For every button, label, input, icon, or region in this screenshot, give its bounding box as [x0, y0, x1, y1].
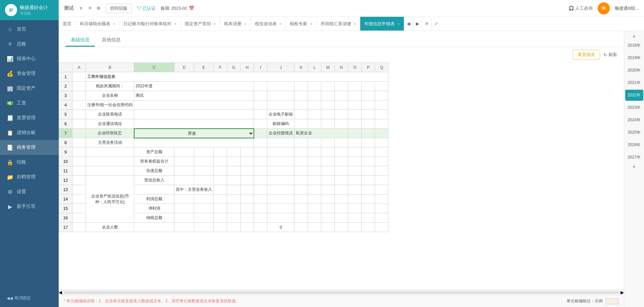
year-item-2018[interactable]: 2018年 [625, 40, 643, 51]
tab-taxlist[interactable]: 税表清册 × [220, 17, 251, 31]
sidebar-item-reports[interactable]: 📊报表中心 [0, 51, 59, 66]
year-item-2020[interactable]: 2020年 [625, 65, 643, 76]
switch-version-button[interactable]: 切到旧版 [106, 4, 132, 13]
tab-incometax-close[interactable]: × [354, 22, 356, 26]
col-header-j[interactable]: J [267, 63, 294, 72]
col-header-q[interactable]: Q [375, 63, 388, 72]
col-header-o[interactable]: O [348, 63, 362, 72]
sidebar-item-settings[interactable]: ⚙设置 [0, 184, 59, 199]
tab-prev-button[interactable]: ◀ [404, 17, 413, 31]
year-item-2023[interactable]: 2023年 [625, 102, 643, 113]
horizontal-scrollbar[interactable]: ◀ ▶ [59, 290, 624, 295]
col-header-b[interactable]: B [86, 63, 134, 72]
reset-report-button[interactable]: 重置报表 [573, 50, 600, 60]
calendar-icon[interactable]: 📅 [189, 6, 194, 11]
col-header-c[interactable]: C [134, 63, 174, 72]
tab-taxlist-close[interactable]: × [244, 22, 246, 26]
cell-11-d[interactable] [174, 166, 194, 176]
sidebar-item-home[interactable]: ⌂首页 [0, 22, 59, 37]
year-item-2022[interactable]: 2022年 [625, 90, 643, 101]
tab-next-button[interactable]: ▶ [413, 17, 422, 31]
cell-3-c[interactable]: 测试 [134, 91, 254, 100]
scroll-track[interactable] [64, 291, 619, 294]
cell-17-j[interactable]: 0 [267, 223, 294, 232]
tab-yearreport-close[interactable]: × [397, 22, 399, 26]
col-header-n[interactable]: N [335, 63, 348, 72]
collapse-button[interactable]: ◀◀ 取消固定 [3, 293, 55, 304]
tab-aux[interactable]: 科目辅助余额表 × [76, 17, 119, 31]
col-header-h[interactable]: H [240, 63, 254, 72]
cell-15-d[interactable] [174, 204, 194, 213]
sub-tab-basic[interactable]: 基础信息 [65, 34, 95, 47]
cell-10-d[interactable] [174, 157, 194, 166]
sidebar-item-tax[interactable]: 📑税务管理 [0, 140, 59, 155]
cell-5-k[interactable] [294, 110, 308, 119]
tab-bank[interactable]: 日记账与银行对账单核对 × [119, 17, 180, 31]
year-item-2027[interactable]: 2027年 [625, 152, 643, 163]
cell-4-c[interactable] [134, 100, 254, 110]
settings-icon[interactable]: ⚙ [97, 6, 101, 11]
cell-8-c[interactable] [134, 138, 254, 147]
sidebar-item-assets[interactable]: 🏢固定资产 [0, 81, 59, 96]
refresh-button[interactable]: ↻ 刷新 [603, 52, 617, 58]
cell-7-k[interactable]: 私营企业 [294, 129, 348, 138]
tab-taxwave-close[interactable]: × [279, 22, 281, 26]
col-header-g[interactable]: G [227, 63, 240, 72]
cell-12-d[interactable] [174, 176, 194, 185]
cell-5-c[interactable] [134, 110, 254, 119]
sidebar-item-purchase[interactable]: 📋进销台账 [0, 125, 59, 140]
cell-6-k[interactable] [294, 119, 308, 129]
tab-yearreport[interactable]: 年报信息申报表 × [360, 17, 404, 31]
tab-assets[interactable]: 固定资产类别 × [181, 17, 220, 31]
col-header-i[interactable]: I [254, 63, 267, 72]
col-header-f[interactable]: F [214, 63, 227, 72]
year-panel-up-button[interactable]: ▲ [631, 33, 637, 39]
year-item-2024[interactable]: 2024年 [625, 115, 643, 126]
cell-9-d[interactable] [174, 147, 194, 157]
sidebar-item-invoice[interactable]: 🧾发票管理 [0, 111, 59, 125]
sidebar-item-archive[interactable]: 📁归档管理 [0, 170, 59, 184]
sidebar-item-guide[interactable]: ▶新手引导 [0, 199, 59, 214]
tab-assets-close[interactable]: × [214, 22, 216, 26]
year-panel-down-button[interactable]: ▼ [631, 164, 637, 170]
sidebar-item-funds[interactable]: 💰资金管理 [0, 66, 59, 81]
tab-bank-close[interactable]: × [174, 22, 176, 26]
col-header-d[interactable]: D [174, 63, 194, 72]
cell-13-f[interactable] [214, 185, 227, 194]
year-item-2019[interactable]: 2019年 [625, 52, 643, 63]
sidebar-item-close[interactable]: 🔒结账 [0, 155, 59, 170]
cell-14-d[interactable] [174, 194, 194, 204]
tab-taxwave[interactable]: 税负波动表 × [251, 17, 286, 31]
col-header-a[interactable]: A [72, 63, 86, 72]
col-header-m[interactable]: M [321, 63, 335, 72]
add-workspace-button[interactable]: + [88, 5, 92, 12]
scroll-right-btn[interactable]: ▶ [621, 290, 624, 295]
tab-taxcheck[interactable]: 税检专家 × [286, 17, 316, 31]
title-dropdown-icon[interactable]: ▼ [79, 6, 83, 11]
cell-6-c[interactable] [134, 119, 254, 129]
col-header-l[interactable]: L [308, 63, 321, 72]
tab-close-all-button[interactable]: ✕ [422, 17, 432, 31]
sub-tab-other[interactable]: 其他信息 [97, 34, 126, 47]
cell-7-c[interactable]: 开业 注销 吊销 撤销 迁出 [134, 129, 254, 138]
business-status-select[interactable]: 开业 注销 吊销 撤销 迁出 [135, 131, 254, 136]
spreadsheet-scroll[interactable]: A B C D E F G H I J [59, 62, 624, 290]
tab-incometax[interactable]: 所得税汇算清缴 × [317, 17, 360, 31]
scroll-left-btn[interactable]: ◀ [59, 290, 62, 295]
tab-home[interactable]: 首页 [59, 17, 76, 31]
user-avatar[interactable]: 畅 [598, 2, 610, 14]
tab-taxcheck-close[interactable]: × [310, 22, 312, 26]
sidebar-item-ledger[interactable]: ≡总账 [0, 37, 59, 51]
tab-expand-button[interactable]: ⤢ [432, 17, 441, 31]
tab-aux-close[interactable]: × [113, 22, 115, 26]
col-header-k[interactable]: K [294, 63, 308, 72]
cell-16-d[interactable] [174, 213, 194, 223]
year-item-2025[interactable]: 2025年 [625, 127, 643, 138]
year-item-2026[interactable]: 2026年 [625, 139, 643, 150]
customer-service-button[interactable]: 🎧 人工咨询 [569, 5, 593, 11]
cell-2-c[interactable]: 2022年度 [134, 82, 254, 91]
col-header-p[interactable]: P [362, 63, 375, 72]
year-item-2021[interactable]: 2021年 [625, 77, 643, 88]
col-header-e[interactable]: E [194, 63, 214, 72]
sidebar-item-payroll[interactable]: 💵工资 [0, 96, 59, 111]
